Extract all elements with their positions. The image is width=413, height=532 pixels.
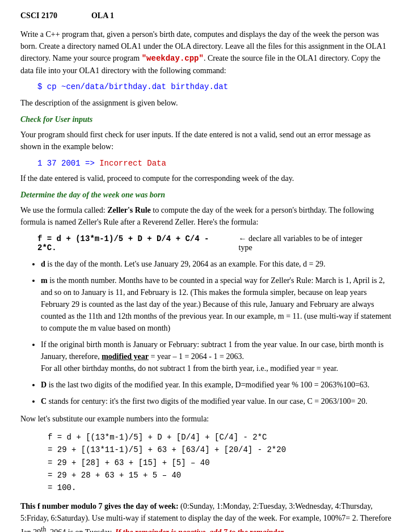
- error-example-prefix: 1 37 2001 =>: [37, 159, 99, 168]
- description-label: The description of the assignment is giv…: [20, 97, 393, 109]
- bullet-C: C stands for century: it's the first two…: [41, 395, 393, 407]
- assignment-title: OLA 1: [91, 11, 114, 20]
- calculation-block: f = d + [(13*m-1)/5] + D + [D/4] + [C/4]…: [48, 431, 393, 495]
- course-title: CSCI 2170: [20, 11, 57, 20]
- section1-para2: If the date entered is valid, proceed to…: [20, 172, 393, 185]
- bullet-d: d is the day of the month. Let's use Jan…: [41, 258, 393, 270]
- filename: "weekday.cpp": [142, 54, 204, 63]
- error-incorrect-text: Incorrect Data: [99, 159, 166, 168]
- bullet-list: d is the day of the month. Let's use Jan…: [41, 258, 393, 407]
- section2-para1: We use the formula called: Zeller's Rule…: [20, 204, 393, 229]
- error-example-line: 1 37 2001 => Incorrect Data: [37, 159, 393, 168]
- section2-label: Determine the day of the week one was bo…: [20, 191, 393, 200]
- calc-line-3: = 29 + [28] + 63 + [15] + [5] – 40: [48, 457, 393, 469]
- formula-text: f = d + (13*m-1)/5 + D + D/4 + C/4 - 2*C…: [37, 234, 230, 252]
- day-of-week-para: This f number modulo 7 gives the day of …: [20, 500, 393, 532]
- bullet-modified-year: If the original birth month is January o…: [41, 339, 393, 374]
- bullet-m: m is the month number. Months have to be…: [41, 275, 393, 334]
- formula-name: Zeller's Rule: [107, 206, 151, 214]
- calc-line-2: = 29 + [(13*11-1)/5] + 63 + [63/4] + [20…: [48, 444, 393, 456]
- section1-para1: Your program should first check for user…: [20, 129, 393, 153]
- reminder-text: If the remainder is negative, add 7 to t…: [115, 528, 285, 532]
- intro-paragraph-1: Write a C++ program that, given a person…: [20, 28, 393, 77]
- formula-arrow: ← declare all variables to be of integer…: [239, 234, 376, 252]
- bullet-D: D is the last two digits of the modified…: [41, 379, 393, 391]
- page-header: CSCI 2170 OLA 1: [20, 11, 393, 20]
- substitute-para: Now let's substitute our example numbers…: [20, 413, 393, 425]
- superscript-th: th: [41, 526, 46, 532]
- calc-line-5: = 100.: [48, 482, 393, 494]
- formula-display: f = d + (13*m-1)/5 + D + D/4 + C/4 - 2*C…: [37, 234, 376, 252]
- section1-label: Check for User inputs: [20, 115, 393, 124]
- copy-command: $ cp ~cen/data/birthday.dat birthday.dat: [37, 82, 393, 91]
- calc-line-1: f = d + [(13*m-1)/5] + D + [D/4] + [C/4]…: [48, 431, 393, 444]
- calc-line-4: = 29 + 28 + 63 + 15 + 5 – 40: [48, 469, 393, 482]
